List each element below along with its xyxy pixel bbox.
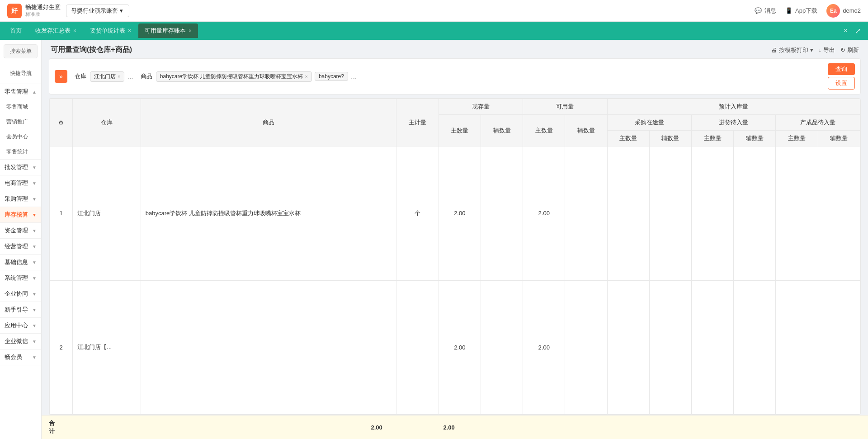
th-current-stock: 现存量 xyxy=(439,99,523,115)
footer-label: 合计 xyxy=(49,419,60,435)
cell-warehouse: 江北门店【... xyxy=(73,280,141,415)
sidebar-apps-header[interactable]: 应用中心 ▼ xyxy=(0,318,41,333)
nav-tabs: 首页 收发存汇总表 × 要货单统计表 × 可用量库存账本 × × ⤢ xyxy=(0,22,868,40)
th-available-main: 主数量 xyxy=(523,115,565,146)
username-label: demo2 xyxy=(843,7,861,14)
th-unit: 主计量 xyxy=(396,99,439,146)
sidebar-wechat-header[interactable]: 企业微信 ▼ xyxy=(0,334,41,349)
sidebar: 搜索菜单 快捷导航 零售管理 ▲ 零售商城 营销推广 会员中心 零售统计 批发管… xyxy=(0,40,42,439)
cell-product: babycare学饮杯 儿童防摔防撞吸管杯重力球吸嘴杯宝宝水杯 xyxy=(141,146,396,281)
sidebar-item-retail-store[interactable]: 零售商城 xyxy=(0,99,41,114)
sidebar-section-apps: 应用中心 ▼ xyxy=(0,318,41,334)
page-actions: 🖨 按模板打印 ▾ ↓ 导出 ↻ 刷新 xyxy=(771,46,859,54)
sidebar-purchase-header[interactable]: 采购管理 ▼ xyxy=(0,191,41,207)
sidebar-item-marketing[interactable]: 营销推广 xyxy=(0,114,41,129)
sidebar-inventory-label: 库存核算 xyxy=(5,211,28,219)
tab-available-stock-close[interactable]: × xyxy=(189,28,192,34)
tab-order-stats-label: 要货单统计表 xyxy=(90,27,125,35)
sidebar-wholesale-header[interactable]: 批发管理 ▼ xyxy=(0,160,41,175)
chevron-down-icon-finance: ▼ xyxy=(32,228,37,233)
product-filter-label: 商品 xyxy=(141,72,152,80)
product-tag-label2: babycare? xyxy=(319,73,344,80)
sidebar-vip-header[interactable]: 畅会员 ▼ xyxy=(0,349,41,365)
cell-current-main: 2.00 xyxy=(439,280,481,415)
product-tag-close[interactable]: × xyxy=(305,74,307,79)
data-table: ⚙ 仓库 商品 主计量 现存量 可用量 预计入库量 主数量 辅数量 主数量 辅数… xyxy=(49,99,860,415)
logo-sub: 标准版 xyxy=(25,11,61,18)
product-more-btn[interactable]: ... xyxy=(351,72,357,80)
print-btn[interactable]: 🖨 按模板打印 ▾ xyxy=(771,46,813,54)
th-production-aux: 辅数量 xyxy=(818,131,860,146)
quick-nav-item[interactable]: 快捷导航 xyxy=(0,66,41,81)
sidebar-inventory-header[interactable]: 库存核算 ▼ xyxy=(0,207,41,222)
sidebar-section-operations: 经营管理 ▼ xyxy=(0,239,41,255)
refresh-btn[interactable]: ↻ 刷新 xyxy=(840,46,859,54)
query-btn[interactable]: 查询 xyxy=(828,63,855,75)
industry-selector[interactable]: 母婴行业演示账套 ▾ xyxy=(66,5,129,17)
sidebar-collab-header[interactable]: 企业协同 ▼ xyxy=(0,286,41,302)
th-current-main: 主数量 xyxy=(439,115,481,146)
sidebar-system-header[interactable]: 系统管理 ▼ xyxy=(0,270,41,286)
product-tag-babycare: babycare学饮杯 儿童防摔防撞吸管杯重力球吸嘴杯宝宝水杯 × xyxy=(156,71,312,82)
cell-purchase-main xyxy=(607,146,649,281)
sidebar-vip-label: 畅会员 xyxy=(5,353,22,361)
chevron-down-icon-newbie: ▼ xyxy=(32,307,37,312)
tab-order-stats-close[interactable]: × xyxy=(128,28,131,34)
sidebar-operations-header[interactable]: 经营管理 ▼ xyxy=(0,239,41,254)
app-download-label: App下载 xyxy=(795,7,817,15)
expand-icon: » xyxy=(59,73,63,80)
sidebar-section-vip: 畅会员 ▼ xyxy=(0,349,41,365)
warehouse-filter-label: 仓库 xyxy=(75,72,86,80)
export-label: 导出 xyxy=(823,46,835,54)
table-footer: 合计 2.00 2.00 xyxy=(42,415,868,439)
cell-available-main: 2.00 xyxy=(523,146,565,281)
sidebar-retail-label: 零售管理 xyxy=(5,88,28,96)
sidebar-system-label: 系统管理 xyxy=(5,274,28,282)
tab-home-label: 首页 xyxy=(10,27,22,35)
search-menu-btn[interactable]: 搜索菜单 xyxy=(4,44,38,58)
tab-home[interactable]: 首页 xyxy=(4,24,28,38)
cell-current-main: 2.00 xyxy=(439,146,481,281)
settings-icon[interactable]: ⚙ xyxy=(58,119,64,126)
sidebar-section-system: 系统管理 ▼ xyxy=(0,270,41,286)
export-btn[interactable]: ↓ 导出 xyxy=(819,46,835,54)
tab-available-stock[interactable]: 可用量库存账本 × xyxy=(138,24,198,38)
app-download-action[interactable]: 📱 App下载 xyxy=(785,7,817,15)
sidebar-section-inventory: 库存核算 ▼ xyxy=(0,207,41,223)
user-action[interactable]: Ea demo2 xyxy=(826,4,861,18)
sidebar-retail-header[interactable]: 零售管理 ▲ xyxy=(0,84,41,99)
sidebar-finance-label: 资金管理 xyxy=(5,227,28,235)
top-bar-right: 💬 消息 📱 App下载 Ea demo2 xyxy=(755,4,861,18)
sidebar-finance-header[interactable]: 资金管理 ▼ xyxy=(0,223,41,238)
tab-order-stats[interactable]: 要货单统计表 × xyxy=(84,24,137,38)
sidebar-operations-label: 经营管理 xyxy=(5,242,28,250)
close-all-tabs[interactable]: × xyxy=(842,25,849,37)
maximize-btn[interactable]: ⤢ xyxy=(853,25,863,37)
warehouse-more-btn[interactable]: ... xyxy=(127,72,133,80)
sidebar-section-newbie: 新手引导 ▼ xyxy=(0,302,41,318)
print-icon: 🖨 xyxy=(771,47,777,53)
cell-no: 1 xyxy=(50,146,73,281)
filter-expand-btn[interactable]: » xyxy=(55,70,67,83)
sidebar-ecommerce-header[interactable]: 电商管理 ▼ xyxy=(0,175,41,191)
cell-current-aux xyxy=(481,146,523,281)
th-product: 商品 xyxy=(141,99,396,146)
tab-summary-close[interactable]: × xyxy=(73,28,76,34)
settings-btn[interactable]: 设置 xyxy=(828,77,855,90)
sidebar-basic-header[interactable]: 基础信息 ▼ xyxy=(0,255,41,270)
table-row: 2 江北门店【... 2.00 2.00 xyxy=(50,280,860,415)
chevron-down-icon-basic: ▼ xyxy=(32,260,37,265)
cell-production-aux xyxy=(818,280,860,415)
sidebar-item-members[interactable]: 会员中心 xyxy=(0,129,41,144)
cell-purchase-main xyxy=(607,280,649,415)
sidebar-item-retail-stats[interactable]: 零售统计 xyxy=(0,144,41,159)
table-row: 1 江北门店 babycare学饮杯 儿童防摔防撞吸管杯重力球吸嘴杯宝宝水杯 个… xyxy=(50,146,860,281)
refresh-icon: ↻ xyxy=(840,47,845,53)
th-settings[interactable]: ⚙ xyxy=(50,99,73,146)
tab-summary[interactable]: 收发存汇总表 × xyxy=(29,24,83,38)
message-action[interactable]: 💬 消息 xyxy=(755,7,776,15)
sidebar-newbie-header[interactable]: 新手引导 ▼ xyxy=(0,302,41,317)
product-filter-tags: babycare学饮杯 儿童防摔防撞吸管杯重力球吸嘴杯宝宝水杯 × babyca… xyxy=(156,71,357,82)
warehouse-tag-close[interactable]: × xyxy=(118,74,120,79)
cell-available-aux xyxy=(565,146,607,281)
